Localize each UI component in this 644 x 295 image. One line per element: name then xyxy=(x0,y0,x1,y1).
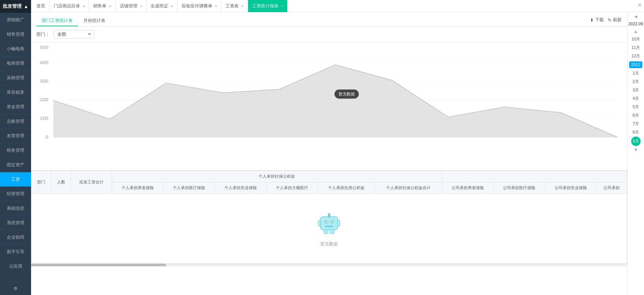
sidebar-item-enterprise[interactable]: 企业协同 xyxy=(0,230,31,245)
table-scrollbar[interactable] xyxy=(31,264,627,266)
th-total-salary: 应发工资合计 xyxy=(71,171,112,194)
svg-text:500: 500 xyxy=(40,46,49,50)
sidebar-item-guide[interactable]: 新手引导 xyxy=(0,245,31,259)
month-3[interactable]: 3月 xyxy=(632,86,640,94)
download-button[interactable]: ⬇ 下载 xyxy=(590,17,604,23)
sidebar-item-assets[interactable]: 固定资产 xyxy=(0,158,31,172)
tab-payroll[interactable]: 工资表 × xyxy=(221,0,248,12)
tab-payroll-report[interactable]: 工资统计报表 × xyxy=(248,0,288,12)
sidebar-title: 批发管理 xyxy=(3,3,22,9)
tab-close-sales-order[interactable]: × xyxy=(109,4,111,8)
chart-no-data-tooltip: 暂无数据 xyxy=(334,90,359,99)
sidebar-item-purchase[interactable]: 采购管理 xyxy=(0,71,31,85)
sidebar-item-basic-info[interactable]: 基础信息 xyxy=(0,201,31,216)
tab-close-store-manage[interactable]: × xyxy=(140,4,142,8)
year-2022[interactable]: 2022 xyxy=(629,61,642,68)
sidebar-item-ecommerce-small[interactable]: 小畅电商 xyxy=(0,42,31,56)
th-personal-total: 个人承担社保公积金合计 xyxy=(375,182,442,194)
panel-up-arrow[interactable]: ▲ xyxy=(633,28,639,35)
th-personal-pension: 个人承担养老保险 xyxy=(112,182,163,194)
settings-icon: ⚙ xyxy=(14,286,18,291)
tab-close-receivable-adjust[interactable]: × xyxy=(215,4,217,8)
table-no-data-cell: 暂无数据 xyxy=(31,194,627,264)
sidebar-header[interactable]: 批发管理 ▲ xyxy=(0,0,31,13)
svg-text:200: 200 xyxy=(40,97,49,102)
svg-rect-22 xyxy=(330,230,334,234)
th-company-medical: 公司承担医疗保险 xyxy=(493,182,545,194)
tab-close-payroll-report[interactable]: × xyxy=(281,4,283,8)
sub-tabs: 部门工资统计表 月份统计表 ⬇ 下载 ↻ 刷新 xyxy=(31,12,627,27)
tab-sales-order[interactable]: 销售单 × xyxy=(89,0,115,12)
month-8[interactable]: 8月 xyxy=(632,128,640,137)
svg-rect-19 xyxy=(318,220,321,226)
sidebar-item-marketing[interactable]: 营销推广 xyxy=(0,13,31,27)
table-scrollbar-thumb[interactable] xyxy=(31,264,166,266)
filter-bar: 部门： 全部 部门1 部门2 xyxy=(31,27,627,42)
th-personal-housing-fund: 个人承担住房公积金 xyxy=(318,182,375,194)
svg-rect-11 xyxy=(321,217,338,230)
chart-svg: 0 100 200 300 400 500 xyxy=(36,46,622,140)
tab-close-store-catalog[interactable]: × xyxy=(83,4,85,8)
tab-receivable-adjust[interactable]: 应收应付调整单 × xyxy=(178,0,221,12)
table-area: 部门 人数 应发工资合计 个人承担社保公积金 个人承担养老保险 个人承担医疗保险… xyxy=(31,170,627,264)
month-5[interactable]: 5月 xyxy=(632,103,640,111)
th-company-unemployment: 公司承担失业保险 xyxy=(545,182,597,194)
sub-tab-monthly[interactable]: 月份统计表 xyxy=(78,16,111,26)
month-12[interactable]: 12月 xyxy=(631,52,641,60)
sidebar-item-ecommerce[interactable]: 电商管理 xyxy=(0,56,31,71)
sidebar-item-ledger[interactable]: 总账管理 xyxy=(0,114,31,129)
th-personal-unemployment: 个人承担失业保险 xyxy=(215,182,266,194)
tab-close-generate-voucher[interactable]: × xyxy=(171,4,173,8)
month-9[interactable]: 9月 xyxy=(631,137,641,146)
sidebar-item-inventory[interactable]: 库存核算 xyxy=(0,85,31,100)
svg-point-15 xyxy=(331,221,333,223)
sidebar-item-payroll[interactable]: 工资 xyxy=(0,172,31,187)
svg-rect-17 xyxy=(328,215,330,217)
current-year-label: 2022.09 xyxy=(628,20,644,28)
sidebar-item-tax[interactable]: 税务管理 xyxy=(0,143,31,158)
th-count: 人数 xyxy=(51,171,71,194)
th-personal-major-medical: 个人承担大额医疗 xyxy=(266,182,318,194)
sidebar-item-operations[interactable]: 经营管理 xyxy=(0,187,31,201)
tab-home[interactable]: 首页 xyxy=(32,0,50,12)
month-6[interactable]: 6月 xyxy=(632,111,640,120)
month-7[interactable]: 7月 xyxy=(632,120,640,128)
sidebar-toggle-icon: ▲ xyxy=(24,4,28,9)
tab-bar-close-button[interactable]: × xyxy=(638,2,641,8)
month-10[interactable]: 10月 xyxy=(631,35,641,43)
panel-close-button[interactable]: ◀ xyxy=(634,14,637,19)
sidebar: 批发管理 ▲ 营销推广 销售管理 小畅电商 电商管理 采购管理 库存核算 资金管… xyxy=(0,0,31,295)
sub-tab-department[interactable]: 部门工资统计表 xyxy=(36,16,78,26)
filter-label: 部门： xyxy=(36,31,50,37)
month-1[interactable]: 1月 xyxy=(632,69,640,78)
sidebar-item-cloud[interactable]: 云应用 xyxy=(0,259,31,274)
tab-generate-voucher[interactable]: 生成凭证 × xyxy=(146,0,177,12)
month-2[interactable]: 2月 xyxy=(632,78,640,86)
page-content: 部门工资统计表 月份统计表 ⬇ 下载 ↻ 刷新 xyxy=(31,12,627,295)
tab-bar: 首页 门店商品目录 × 销售单 × 店铺管理 × 生成凭证 × 应收应付调整单 … xyxy=(31,0,644,12)
refresh-button[interactable]: ↻ 刷新 xyxy=(608,17,622,23)
panel-down-arrow[interactable]: ▼ xyxy=(633,146,639,153)
month-4[interactable]: 4月 xyxy=(632,94,640,103)
svg-point-18 xyxy=(328,213,330,215)
svg-text:100: 100 xyxy=(40,116,49,120)
th-department: 部门 xyxy=(31,171,51,194)
th-company-insurance xyxy=(442,171,627,182)
svg-text:400: 400 xyxy=(40,60,49,65)
th-personal-medical: 个人承担医疗保险 xyxy=(163,182,215,194)
th-company-pension: 公司承担养老保险 xyxy=(442,182,494,194)
no-data-robot-icon xyxy=(316,210,343,237)
sidebar-item-finance[interactable]: 资金管理 xyxy=(0,100,31,114)
chart-container: 0 100 200 300 400 500 xyxy=(31,42,627,170)
sidebar-item-sales[interactable]: 销售管理 xyxy=(0,27,31,42)
sidebar-item-invoice[interactable]: 发票管理 xyxy=(0,129,31,143)
department-filter[interactable]: 全部 部门1 部门2 xyxy=(54,30,94,38)
tab-store-manage[interactable]: 店铺管理 × xyxy=(116,0,146,12)
tab-close-payroll[interactable]: × xyxy=(241,4,243,8)
sidebar-settings[interactable]: ⚙ xyxy=(0,282,31,295)
sidebar-item-system[interactable]: 系统管理 xyxy=(0,216,31,230)
tab-store-catalog[interactable]: 门店商品目录 × xyxy=(50,0,89,12)
refresh-icon: ↻ xyxy=(608,18,612,23)
month-11[interactable]: 11月 xyxy=(631,43,641,52)
main-area: 首页 门店商品目录 × 销售单 × 店铺管理 × 生成凭证 × 应收应付调整单 … xyxy=(31,0,644,295)
